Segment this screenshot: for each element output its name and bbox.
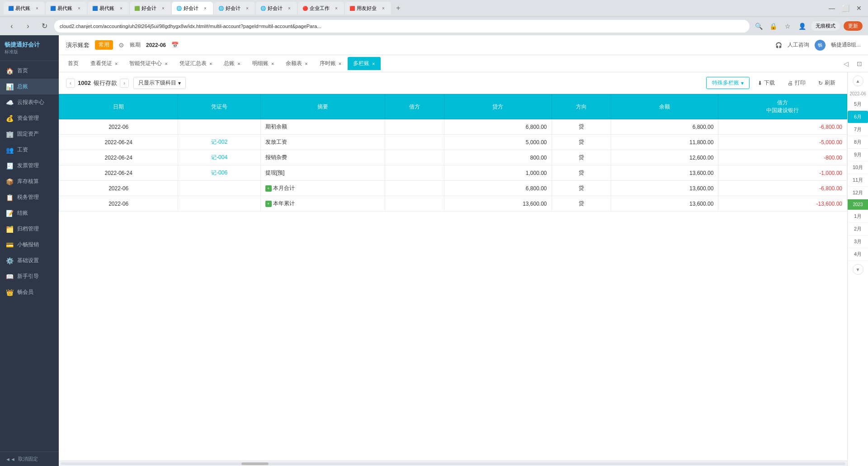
expand-panel-button[interactable]: ⊡: [854, 59, 864, 69]
page-tab-close-summary[interactable]: ×: [209, 61, 212, 66]
sidebar-item-ledger[interactable]: 📊 总账: [0, 79, 59, 94]
refresh-button[interactable]: ↻: [38, 20, 51, 33]
page-tab-smart-voucher[interactable]: 智能凭证中心 ×: [124, 57, 173, 70]
sidebar-item-settings[interactable]: ⚙️ 基础设置: [0, 253, 59, 268]
browser-tab-4[interactable]: 🟩 好会计 ×: [130, 2, 171, 14]
close-browser-button[interactable]: ✕: [854, 3, 864, 14]
sidebar-item-archive[interactable]: 🗂️ 归档管理: [0, 221, 59, 237]
tab-close-4[interactable]: ×: [160, 5, 166, 11]
calendar-scroll-down[interactable]: ▼: [848, 261, 868, 278]
sidebar-item-member[interactable]: 👑 畅会员: [0, 284, 59, 300]
page-tab-voucher[interactable]: 查看凭证 ×: [85, 57, 123, 70]
tab-close-6[interactable]: ×: [244, 5, 250, 11]
sidebar-item-payroll[interactable]: 👥 工资: [0, 142, 59, 158]
sidebar-item-close-books[interactable]: 📝 结账: [0, 205, 59, 221]
browser-tab-6[interactable]: 🌐 好会计 ×: [214, 2, 255, 14]
page-tab-voucher-summary[interactable]: 凭证汇总表 ×: [174, 57, 217, 70]
cal-month-august[interactable]: 8月: [848, 136, 868, 149]
minimize-button[interactable]: —: [826, 3, 837, 14]
voucher-cell[interactable]: 记-004: [178, 150, 260, 165]
cal-up-arrow[interactable]: ▲: [853, 75, 863, 86]
cal-month-october[interactable]: 10月: [848, 161, 868, 174]
page-tab-close-smart[interactable]: ×: [165, 61, 167, 66]
sidebar-item-home[interactable]: 🏠 首页: [0, 63, 59, 79]
horizontal-scrollbar[interactable]: [59, 461, 847, 466]
filter-dropdown[interactable]: 只显示下级科目 ▾: [133, 77, 186, 89]
voucher-cell[interactable]: 记-006: [178, 165, 260, 181]
restore-button[interactable]: ⬜: [840, 3, 851, 14]
browser-tab-3[interactable]: 🟦 易代账 ×: [88, 2, 129, 14]
stealth-mode-button[interactable]: 无痕模式: [811, 21, 840, 31]
browser-tab-5[interactable]: 🌐 好会计 ×: [172, 2, 213, 14]
page-tab-close-balance[interactable]: ×: [305, 61, 307, 66]
settings-icon[interactable]: ⚙: [118, 42, 124, 49]
page-tab-multi-col[interactable]: 多栏账 ×: [348, 57, 380, 70]
page-tab-detail-ledger[interactable]: 明细账 ×: [247, 57, 279, 70]
address-input[interactable]: [54, 20, 750, 33]
cal-down-arrow[interactable]: ▼: [853, 264, 863, 275]
cal-month-may[interactable]: 5月: [848, 98, 868, 111]
sidebar-item-tax[interactable]: 📋 税务管理: [0, 189, 59, 205]
sidebar-item-funds[interactable]: 💰 资金管理: [0, 110, 59, 126]
update-button[interactable]: 更新: [844, 21, 863, 31]
tab-close-5[interactable]: ×: [202, 5, 208, 11]
cal-month-mar-2023[interactable]: 3月: [848, 235, 868, 248]
back-button[interactable]: ‹: [5, 20, 18, 33]
cal-month-june[interactable]: 6月: [848, 111, 868, 123]
calendar-icon[interactable]: 📅: [171, 42, 179, 48]
sidebar-item-guide[interactable]: 📖 新手引导: [0, 268, 59, 284]
page-tab-close-multi[interactable]: ×: [372, 61, 375, 66]
search-icon[interactable]: 🔍: [753, 21, 764, 32]
cal-month-september[interactable]: 9月: [848, 149, 868, 161]
page-tab-close-general[interactable]: ×: [237, 61, 240, 66]
tab-close-2[interactable]: ×: [76, 5, 82, 11]
cal-month-jan-2023[interactable]: 1月: [848, 210, 868, 223]
tab-close-9[interactable]: ×: [380, 5, 387, 11]
page-tab-journal[interactable]: 序时账 ×: [314, 57, 347, 70]
forward-button[interactable]: ›: [22, 20, 34, 33]
sidebar-pin-toggle[interactable]: ◄◄ 取消固定: [0, 452, 59, 466]
account-type-tag[interactable]: 常用: [95, 40, 113, 50]
cal-month-feb-2023[interactable]: 2月: [848, 223, 868, 235]
cal-month-apr-2023[interactable]: 4月: [848, 248, 868, 261]
next-account-button[interactable]: ›: [120, 79, 129, 88]
voucher-cell[interactable]: 记-002: [178, 135, 260, 150]
cal-month-december[interactable]: 12月: [848, 187, 868, 199]
sidebar-item-inventory[interactable]: 📦 库存核算: [0, 174, 59, 189]
browser-tab-9[interactable]: 🟥 用友好业 ×: [345, 2, 391, 14]
browser-tab-1[interactable]: 🟦 易代账 ×: [4, 2, 45, 14]
print-button[interactable]: 🖨 打印: [783, 77, 810, 89]
tab-close-8[interactable]: ×: [333, 5, 340, 11]
voucher-link[interactable]: 记-004: [211, 154, 227, 160]
star-icon[interactable]: ☆: [782, 21, 793, 32]
download-button[interactable]: ⬇ 下载: [753, 77, 779, 89]
sidebar-item-fixed-assets[interactable]: 🏢 固定资产: [0, 126, 59, 142]
browser-tab-8[interactable]: 🔴 企业工作 ×: [298, 2, 344, 14]
browser-tab-2[interactable]: 🟦 易代账 ×: [46, 2, 87, 14]
collapse-panel-button[interactable]: ◁: [841, 59, 851, 69]
tab-close-7[interactable]: ×: [286, 5, 292, 11]
prev-account-button[interactable]: ‹: [66, 79, 75, 88]
refresh-button[interactable]: ↻ 刷新: [814, 77, 840, 89]
new-tab-button[interactable]: +: [392, 2, 405, 14]
profile-icon[interactable]: 👤: [797, 21, 807, 32]
page-tab-balance[interactable]: 余额表 ×: [280, 57, 313, 70]
calendar-scroll-up[interactable]: ▲: [848, 72, 868, 89]
voucher-link[interactable]: 记-006: [211, 169, 227, 176]
consult-label[interactable]: 人工咨询: [788, 41, 809, 49]
page-tab-general-ledger[interactable]: 总账 ×: [218, 57, 245, 70]
page-tab-close-journal[interactable]: ×: [339, 61, 341, 66]
sidebar-item-cloud-report[interactable]: ☁️ 云报表中心: [0, 94, 59, 110]
browser-tab-7[interactable]: 🌐 好会计 ×: [256, 2, 297, 14]
cal-month-july[interactable]: 7月: [848, 123, 868, 136]
cal-month-november[interactable]: 11月: [848, 174, 868, 187]
tab-close-3[interactable]: ×: [118, 5, 124, 11]
sidebar-item-expense[interactable]: 💳 小畅报销: [0, 237, 59, 253]
page-tab-close-detail[interactable]: ×: [271, 61, 274, 66]
scroll-thumb[interactable]: [241, 462, 269, 465]
user-label[interactable]: 畅捷通B组...: [831, 41, 861, 49]
multi-col-button[interactable]: 特殊多栏账 ▾: [706, 77, 750, 89]
voucher-link[interactable]: 记-002: [211, 139, 227, 145]
tab-close-1[interactable]: ×: [34, 5, 40, 11]
page-tab-home[interactable]: 首页: [62, 57, 84, 70]
